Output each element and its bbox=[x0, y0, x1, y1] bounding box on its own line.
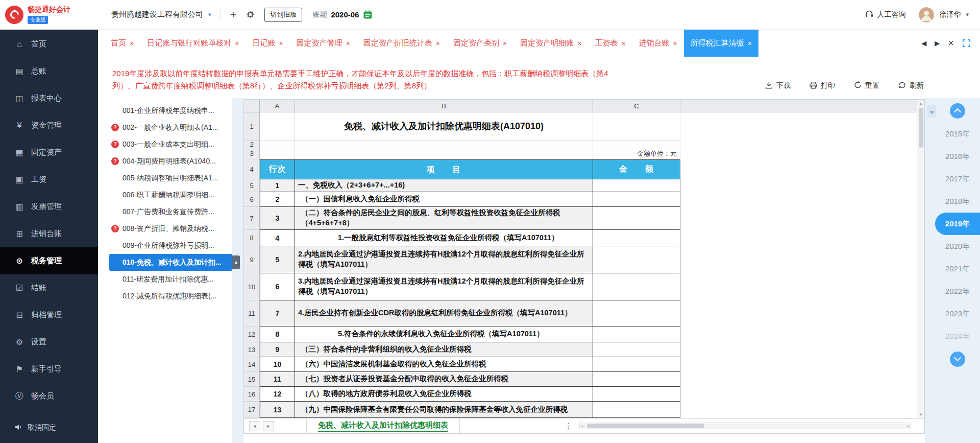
tab-9[interactable]: 进销台账× bbox=[632, 30, 684, 57]
row-number[interactable]: 6 bbox=[244, 192, 260, 207]
vertical-scrollbar[interactable]: ▲ ▼ bbox=[917, 100, 924, 418]
cell-line-no[interactable] bbox=[260, 141, 295, 148]
tab-10[interactable]: 所得税汇算清缴× bbox=[684, 30, 758, 57]
row-number[interactable]: 12 bbox=[244, 327, 260, 342]
report-list-item-12[interactable]: 012-减免所得税优惠明细表(... bbox=[98, 288, 232, 305]
row-number[interactable]: 14 bbox=[244, 357, 260, 372]
cell-line-no[interactable]: 12 bbox=[260, 387, 295, 402]
year-item-2022[interactable]: 2022年 bbox=[935, 280, 980, 302]
sidebar-item-14[interactable]: Ⓥ畅会员 bbox=[0, 383, 98, 410]
cell-line-no[interactable]: 3 bbox=[260, 207, 295, 230]
close-icon[interactable]: × bbox=[673, 39, 677, 48]
user-chevron-down-icon[interactable]: ▾ bbox=[966, 11, 969, 18]
sidebar-item-3[interactable]: ◫报表中心 bbox=[0, 85, 98, 112]
cell-item[interactable]: （六）中国清洁发展机制基金取得的收入免征企业所得税 bbox=[295, 357, 593, 372]
cell-line-no[interactable]: 10 bbox=[260, 357, 295, 372]
cell-line-no[interactable] bbox=[260, 112, 295, 141]
switch-old-version-button[interactable]: 切到旧版 bbox=[264, 8, 302, 22]
scroll-down-icon[interactable]: ▼ bbox=[919, 411, 923, 418]
header-line-no[interactable]: 行次 bbox=[260, 159, 295, 179]
column-header-C[interactable]: C bbox=[593, 100, 680, 112]
scroll-left-icon[interactable]: ◂ bbox=[581, 424, 583, 428]
sidebar-item-1[interactable]: ⌂首页 bbox=[0, 31, 98, 58]
cell-item[interactable]: （三）符合条件的非营利组织的收入免征企业所得税 bbox=[295, 342, 593, 357]
sidebar-item-10[interactable]: ☑结账 bbox=[0, 274, 98, 301]
avatar[interactable] bbox=[919, 7, 934, 22]
cell-line-no[interactable]: 4 bbox=[260, 230, 295, 246]
row-number[interactable]: 4 bbox=[244, 159, 260, 179]
help-icon[interactable]: ? bbox=[111, 157, 119, 165]
row-number[interactable]: 5 bbox=[244, 179, 260, 192]
company-selector[interactable]: 贵州腾越建设工程有限公司 ▾ bbox=[111, 10, 211, 19]
tab-7[interactable]: 固定资产明细账× bbox=[513, 30, 588, 57]
cell-line-no[interactable]: 11 bbox=[260, 372, 295, 387]
cell-item[interactable]: 3.内地居民企业通过深港通投资且连续持有H股满12个月取得的股息红利所得免征企业… bbox=[295, 273, 593, 300]
report-list-item-3[interactable]: ?003-一般企业成本支出明细... bbox=[98, 136, 232, 153]
cell-amount[interactable] bbox=[593, 327, 680, 342]
report-list-item-8[interactable]: ?008-资产折旧、摊销及纳税... bbox=[98, 220, 232, 237]
cell-item[interactable]: 4.居民企业持有创新企业CDR取得的股息红利所得免征企业所得税（填写A10701… bbox=[295, 300, 593, 327]
cell-line-no[interactable]: 6 bbox=[260, 273, 295, 300]
sidebar-item-12[interactable]: ⚙设置 bbox=[0, 329, 98, 356]
cell-item[interactable] bbox=[295, 148, 593, 159]
cell-amount[interactable] bbox=[593, 300, 680, 327]
close-icon[interactable]: × bbox=[577, 39, 581, 48]
sidebar-item-9[interactable]: ⊙税务管理 bbox=[0, 247, 98, 274]
help-icon[interactable]: ? bbox=[111, 141, 119, 148]
close-icon[interactable]: × bbox=[346, 39, 350, 48]
row-number[interactable]: 17 bbox=[244, 402, 260, 418]
tabs-scroll-right-icon[interactable]: ▶ bbox=[935, 39, 940, 47]
cell-item[interactable]: （二）符合条件的居民企业之间的股息、红利等权益性投资收益免征企业所得税（4+5+… bbox=[295, 207, 593, 230]
next-sheet-button[interactable]: ▸ bbox=[263, 421, 274, 431]
sheet-title[interactable]: 免税、减计收入及加计扣除优惠明细表(A107010) bbox=[295, 112, 593, 141]
close-icon[interactable]: × bbox=[130, 39, 134, 48]
cell-amount[interactable] bbox=[593, 112, 680, 141]
report-list-item-4[interactable]: ?004-期间费用明细表(A1040... bbox=[98, 153, 232, 170]
scroll-right-icon[interactable]: ▸ bbox=[907, 424, 909, 428]
sidebar-item-5[interactable]: ▦固定资产 bbox=[0, 139, 98, 166]
help-icon[interactable]: ? bbox=[111, 124, 119, 131]
support-link[interactable]: 人工咨询 bbox=[865, 9, 905, 20]
sidebar-item-4[interactable]: ¥资金管理 bbox=[0, 112, 98, 139]
download-button[interactable]: 下载 bbox=[765, 81, 791, 91]
horizontal-scrollbar[interactable]: ◂ ▸ bbox=[579, 423, 911, 429]
report-list-item-2[interactable]: ?002-一般企业收入明细表(A1... bbox=[98, 119, 232, 136]
gear-icon[interactable] bbox=[246, 10, 255, 19]
sheet-tab[interactable]: 免税、减计收入及加计扣除优惠明细表 bbox=[306, 418, 460, 433]
cell-amount[interactable] bbox=[593, 207, 680, 230]
cell-item[interactable]: 5.符合条件的永续债利息收入免征企业所得税（填写A107011） bbox=[295, 327, 593, 342]
row-number[interactable]: 11 bbox=[244, 300, 260, 327]
scroll-up-icon[interactable]: ▲ bbox=[919, 100, 923, 107]
help-icon[interactable]: ? bbox=[111, 225, 119, 232]
unpin-sidebar-button[interactable]: 取消固定 bbox=[0, 412, 98, 443]
prev-sheet-button[interactable]: ◂ bbox=[249, 421, 260, 431]
tab-4[interactable]: 固定资产管理× bbox=[290, 30, 357, 57]
cell-item[interactable]: （七）投资者从证券投资基金分配中取得的收入免征企业所得税 bbox=[295, 372, 593, 387]
report-list-item-1[interactable]: 001-企业所得税年度纳税申... bbox=[98, 102, 232, 119]
year-item-2019[interactable]: 2019年 bbox=[935, 213, 980, 235]
cell-line-no[interactable]: 1 bbox=[260, 179, 295, 192]
cell-item[interactable] bbox=[295, 141, 593, 148]
cell-amount[interactable] bbox=[593, 342, 680, 357]
more-sheets-icon[interactable]: ⋮ bbox=[565, 422, 572, 431]
year-item-2018[interactable]: 2018年 bbox=[935, 190, 980, 213]
report-list-item-9[interactable]: 009-企业所得税弥补亏损明... bbox=[98, 237, 232, 254]
year-item-2021[interactable]: 2021年 bbox=[935, 258, 980, 280]
year-item-2016[interactable]: 2016年 bbox=[935, 145, 980, 168]
sidebar-item-13[interactable]: ⚑新手引导 bbox=[0, 356, 98, 383]
report-list-item-11[interactable]: 011-研发费用加计扣除优惠... bbox=[98, 271, 232, 288]
row-number[interactable]: 8 bbox=[244, 230, 260, 246]
year-item-2017[interactable]: 2017年 bbox=[935, 168, 980, 190]
cell-line-no[interactable]: 13 bbox=[260, 402, 295, 418]
close-icon[interactable]: × bbox=[235, 39, 239, 48]
refresh-button[interactable]: 刷新 bbox=[898, 81, 924, 91]
tab-6[interactable]: 固定资产类别× bbox=[447, 30, 513, 57]
tab-8[interactable]: 工资表× bbox=[588, 30, 632, 57]
report-list-item-7[interactable]: 007-广告费和业务宣传费跨... bbox=[98, 203, 232, 220]
row-number[interactable]: 15 bbox=[244, 372, 260, 387]
cell-line-no[interactable]: 2 bbox=[260, 192, 295, 207]
cell-amount[interactable] bbox=[593, 372, 680, 387]
cell-line-no[interactable] bbox=[260, 148, 295, 159]
calendar-icon[interactable] bbox=[363, 10, 373, 19]
row-number[interactable]: 16 bbox=[244, 387, 260, 402]
